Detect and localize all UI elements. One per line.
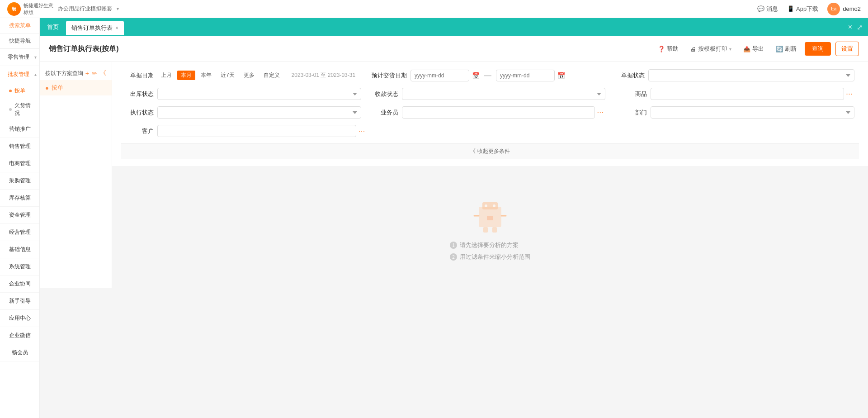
app-dropdown-icon[interactable]: ▾ (117, 6, 119, 11)
outbound-select[interactable] (157, 88, 361, 100)
goods-more-icon[interactable]: ··· (844, 89, 854, 99)
sidebar-item-basic[interactable]: 基础信息 (0, 241, 39, 258)
exec-select[interactable] (157, 106, 361, 119)
export-button[interactable]: 📤 导出 (740, 43, 768, 55)
sidebar-item-ecommerce[interactable]: 电商管理 (0, 155, 39, 172)
date-tab-this-year[interactable]: 本年 (197, 71, 215, 80)
main-inner: 按以下方案查询 + ✏ 《 ● 按单 (40, 62, 868, 288)
status-label: 单据状态 (617, 71, 648, 80)
print-button[interactable]: 🖨 按模板打印 ▾ (687, 43, 735, 55)
user-area[interactable]: Ea demo2 (827, 3, 861, 15)
query-button[interactable]: 查询 (805, 42, 831, 56)
empty-tips: 1 请先选择要分析的方案 2 用过滤条件来缩小分析范围 (450, 241, 530, 261)
sub-dot-icon (9, 90, 12, 92)
date-filter-label: 单据日期 (121, 71, 157, 80)
date-tab-last-month[interactable]: 上月 (157, 71, 175, 80)
sidebar-sub-item-by-order[interactable]: 按单 (0, 83, 39, 98)
refresh-button[interactable]: 🔄 刷新 (772, 43, 800, 55)
exec-label: 执行状态 (121, 109, 157, 117)
dept-select[interactable] (651, 106, 854, 119)
salesman-input[interactable] (402, 106, 595, 119)
tab-bar: 首页 销售订单执行表 × × ⤢ (40, 18, 868, 36)
sidebar-item-inventory[interactable]: 库存核算 (0, 190, 39, 207)
tab-page-label: 销售订单执行表 (71, 24, 113, 32)
tab-close-icon[interactable]: × (115, 25, 118, 31)
svg-point-3 (493, 204, 495, 207)
dept-label: 部门 (614, 109, 651, 117)
results-area: 1 请先选择要分析的方案 2 用过滤条件来缩小分析范围 (112, 166, 868, 288)
collapse-bar[interactable]: 《 收起更多条件 (121, 143, 859, 159)
sidebar-item-purchase[interactable]: 采购管理 (0, 172, 39, 190)
sidebar-item-operation[interactable]: 经营管理 (0, 224, 39, 241)
date-tab-7days[interactable]: 近7天 (217, 71, 238, 80)
expected-date-from[interactable] (410, 70, 469, 81)
chevron-up-icon: ▴ (34, 72, 37, 77)
collapse-label: 收起更多条件 (477, 147, 510, 155)
tab-page[interactable]: 销售订单执行表 × (66, 21, 124, 35)
window-maximize-icon[interactable]: ⤢ (857, 23, 863, 32)
sidebar-item-wholesale[interactable]: 批发管理 ▴ (0, 66, 39, 83)
tip-num-2: 2 (450, 253, 457, 261)
calendar-icon-2: 📅 (557, 72, 565, 79)
expected-date-wrap: 📅 — 📅 (410, 70, 565, 81)
date-tabs: 上月 本月 本年 近7天 更多 自定义 (157, 71, 283, 80)
export-icon: 📤 (743, 46, 750, 52)
sidebar-item-retail[interactable]: 零售管理 ▾ (0, 49, 39, 66)
window-close-icon[interactable]: × (848, 23, 852, 31)
sidebar-item-apps[interactable]: 应用中心 (0, 310, 39, 327)
date-dash: — (482, 71, 493, 80)
sidebar-search[interactable]: 搜索菜单 (0, 18, 39, 33)
sidebar-item-marketing[interactable]: 营销推广 (0, 121, 39, 138)
tip-num-1: 1 (450, 242, 457, 249)
scheme-panel: 按以下方案查询 + ✏ 《 ● 按单 (40, 62, 112, 288)
tab-home[interactable]: 首页 (40, 18, 66, 36)
goods-input[interactable] (651, 88, 844, 100)
help-button[interactable]: ❓ 帮助 (654, 43, 682, 55)
message-button[interactable]: 💬 消息 (757, 5, 778, 13)
expected-date-to[interactable] (496, 70, 555, 81)
help-icon: ❓ (658, 46, 665, 52)
sidebar-item-corp[interactable]: 企业协同 (0, 276, 39, 293)
filter-row-4: 客户 ··· (121, 125, 859, 137)
svg-point-2 (485, 204, 487, 207)
sidebar-item-sales[interactable]: 销售管理 (0, 138, 39, 155)
salesman-label: 业务员 (366, 109, 402, 117)
sidebar-sub-item-backorder[interactable]: 欠货情况 (0, 98, 39, 121)
scheme-add-icon[interactable]: + (85, 70, 89, 77)
collect-select[interactable] (402, 88, 606, 100)
sidebar-item-system[interactable]: 系统管理 (0, 258, 39, 276)
scheme-collapse-icon[interactable]: 《 (100, 69, 106, 77)
filter-row-3: 执行状态 业务员 (121, 106, 859, 119)
scheme-edit-icon[interactable]: ✏ (92, 70, 97, 77)
sub-dot2-icon (9, 108, 12, 111)
download-button[interactable]: 📱 App下载 (787, 5, 818, 13)
tab-bar-actions: × ⤢ (848, 23, 868, 32)
chevron-down-icon: ▾ (34, 55, 37, 60)
page-title: 销售订单执行表(按单) (49, 44, 119, 54)
svg-rect-8 (492, 227, 497, 233)
expected-date-label: 预计交货日期 (370, 71, 410, 80)
scheme-item-by-order[interactable]: ● 按单 (40, 80, 112, 95)
print-icon: 🖨 (690, 46, 696, 52)
sidebar-shortcut[interactable]: 快捷导航 (0, 33, 39, 49)
collapse-up-icon: 《 (470, 147, 476, 155)
top-header: 畅 畅捷通好生意 标版 办公用品行业模拟账套 ▾ 💬 消息 📱 App下载 Ea… (0, 0, 868, 18)
sidebar-item-member[interactable]: 畅会员 (0, 344, 39, 361)
status-select[interactable] (648, 69, 854, 81)
header-right: 💬 消息 📱 App下载 Ea demo2 (757, 3, 861, 15)
sidebar-item-finance[interactable]: 资金管理 (0, 207, 39, 224)
customer-input[interactable] (157, 125, 356, 137)
setting-button[interactable]: 设置 (835, 42, 859, 56)
print-dropdown-icon[interactable]: ▾ (729, 47, 731, 52)
download-icon: 📱 (787, 5, 794, 12)
date-tab-more[interactable]: 更多 (240, 71, 258, 80)
empty-tip-2: 2 用过滤条件来缩小分析范围 (450, 253, 530, 261)
customer-more-icon[interactable]: ··· (356, 126, 367, 136)
sidebar-item-guide[interactable]: 新手引导 (0, 293, 39, 310)
date-tab-this-month[interactable]: 本月 (177, 71, 195, 80)
sidebar-item-wechat[interactable]: 企业微信 (0, 327, 39, 344)
page-content: 销售订单执行表(按单) ❓ 帮助 🖨 按模板打印 ▾ 📤 导出 (40, 36, 868, 418)
scheme-dot-icon: ● (45, 85, 49, 91)
salesman-more-icon[interactable]: ··· (595, 108, 605, 117)
date-tab-custom[interactable]: 自定义 (260, 71, 283, 80)
